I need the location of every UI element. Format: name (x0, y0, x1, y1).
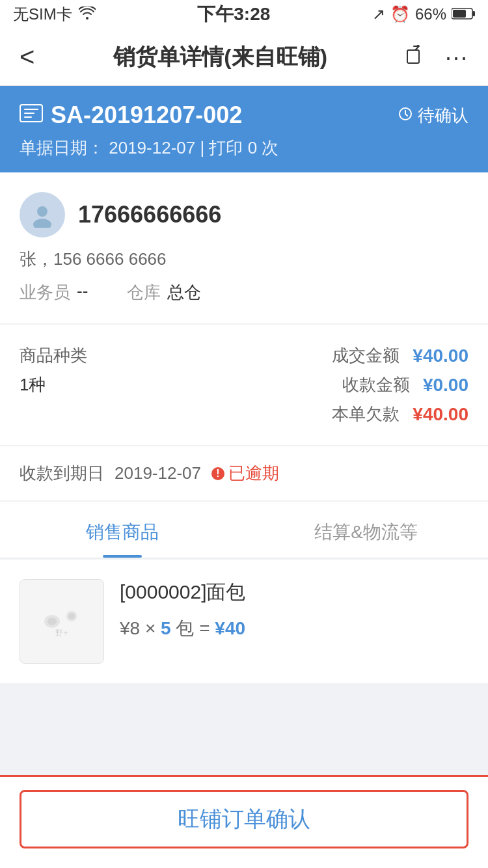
page-title: 销货单详情(来自旺铺) (113, 42, 327, 72)
summary-section: 商品种类 1种 成交金额 ¥40.00 收款金额 ¥0.00 本单欠款 ¥40.… (0, 325, 488, 445)
sales-label: 业务员 (20, 281, 70, 304)
due-date: 2019-12-07 (115, 463, 201, 483)
summary-right: 成交金额 ¥40.00 收款金额 ¥0.00 本单欠款 ¥40.00 (332, 344, 468, 426)
nav-bar: < 销货单详情(来自旺铺) ··· (0, 29, 488, 86)
tabs-section: 销售商品 结算&物流等 (0, 502, 488, 558)
more-icon[interactable]: ··· (445, 44, 468, 71)
customer-section: 17666666666 张，156 6666 6666 业务员 -- 仓库 总仓 (0, 172, 488, 323)
due-label: 收款到期日 (20, 462, 104, 485)
order-icon (20, 104, 43, 127)
status-clock-icon (398, 105, 413, 126)
warehouse-label: 仓库 (127, 281, 161, 304)
svg-rect-2 (453, 10, 466, 18)
tab-sales-product[interactable]: 销售商品 (0, 502, 244, 558)
product-qty: 5 (161, 618, 171, 638)
customer-phone: 17666666666 (78, 201, 221, 228)
customer-name: 张，156 6666 6666 (20, 248, 468, 271)
customer-meta: 业务员 -- 仓库 总仓 (20, 281, 468, 304)
owed-value: ¥40.00 (413, 404, 468, 425)
type-value: 1种 (20, 373, 87, 396)
received-value: ¥0.00 (423, 375, 468, 396)
product-unit: 包 (176, 618, 194, 638)
amount-value: ¥40.00 (413, 346, 468, 366)
battery-text: 66% (415, 5, 446, 23)
due-date-section: 收款到期日 2019-12-07 ! 已逾期 (0, 446, 488, 500)
nav-actions: ··· (406, 44, 468, 71)
equals-symbol: = (199, 618, 215, 638)
order-status: 待确认 (398, 104, 468, 127)
product-total: ¥40 (215, 618, 245, 638)
status-left: 无SIM卡 (13, 4, 96, 25)
back-button[interactable]: < (20, 42, 34, 72)
svg-point-7 (33, 219, 51, 228)
price-value: ¥8 (120, 618, 140, 638)
sales-value: -- (77, 281, 88, 304)
product-section: 野+ [0000002]面包 ¥8 × 5 包 = ¥40 (0, 560, 488, 683)
svg-point-9 (47, 617, 57, 625)
confirm-label: 旺铺订单确认 (178, 804, 310, 834)
amount-label: 成交金额 (332, 344, 400, 367)
status-right: ↗ ⏰ 66% (372, 5, 475, 23)
received-row: 收款金额 ¥0.00 (342, 373, 468, 396)
overdue-text: 已逾期 (228, 462, 279, 485)
location-icon: ↗ (372, 5, 385, 23)
order-date: 单据日期： 2019-12-07 | 打印 0 次 (20, 137, 468, 159)
bottom-bar: 旺铺订单确认 (0, 775, 488, 868)
order-header: SA-20191207-002 待确认 单据日期： 2019-12-07 | 打… (0, 86, 488, 172)
sales-meta: 业务员 -- (20, 281, 88, 304)
confirm-order-button[interactable]: 旺铺订单确认 (20, 790, 468, 848)
svg-text:野+: 野+ (55, 629, 68, 638)
product-item: 野+ [0000002]面包 ¥8 × 5 包 = ¥40 (20, 579, 468, 664)
owed-label: 本单欠款 (332, 403, 400, 426)
svg-point-11 (68, 613, 75, 619)
overdue-icon: ! (211, 467, 224, 480)
product-info: [0000002]面包 ¥8 × 5 包 = ¥40 (120, 579, 468, 641)
product-price: ¥8 × 5 包 = ¥40 (120, 616, 468, 641)
tabs-row: 销售商品 结算&物流等 (0, 502, 488, 558)
battery-icon (452, 5, 475, 23)
avatar (20, 192, 65, 237)
carrier-text: 无SIM卡 (13, 4, 72, 25)
multiply-symbol: × (145, 618, 161, 638)
svg-rect-3 (407, 50, 419, 63)
status-bar: 无SIM卡 下午3:28 ↗ ⏰ 66% (0, 0, 488, 29)
received-label: 收款金额 (342, 373, 410, 396)
share-icon[interactable] (406, 45, 426, 70)
product-image: 野+ (20, 579, 104, 664)
customer-row: 17666666666 (20, 192, 468, 237)
amount-row: 成交金额 ¥40.00 (332, 344, 468, 367)
order-id-row: SA-20191207-002 待确认 (20, 102, 468, 129)
overdue-badge: ! 已逾期 (211, 462, 279, 485)
svg-rect-1 (472, 11, 475, 16)
owed-row: 本单欠款 ¥40.00 (332, 403, 468, 426)
alarm-icon: ⏰ (390, 5, 410, 23)
summary-left: 商品种类 1种 (20, 344, 87, 396)
tab-settlement[interactable]: 结算&物流等 (244, 502, 488, 558)
svg-point-6 (37, 206, 47, 217)
status-time: 下午3:28 (197, 2, 270, 27)
product-name: [0000002]面包 (120, 579, 468, 606)
type-label: 商品种类 (20, 344, 87, 367)
warehouse-meta: 仓库 总仓 (127, 281, 201, 304)
wifi-icon (79, 5, 96, 23)
order-status-text: 待确认 (418, 104, 468, 127)
warehouse-value: 总仓 (167, 281, 201, 304)
order-id: SA-20191207-002 (51, 102, 242, 129)
